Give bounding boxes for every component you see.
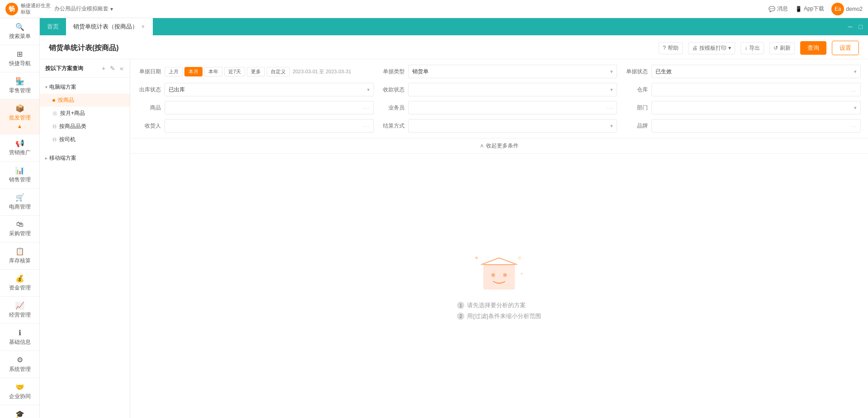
type-select[interactable]: 销货单 (408, 65, 618, 78)
user-menu[interactable]: Ea demo2 (831, 3, 863, 15)
filter-cell-type: 单据类型 销货单 (381, 65, 618, 78)
page-title: 销货单统计表(按商品) (49, 43, 119, 53)
dept-select[interactable] (651, 101, 861, 114)
tab-maximize-button[interactable]: □ (857, 21, 864, 32)
scheme-item-by-goods[interactable]: 按商品 (40, 94, 130, 107)
refresh-icon: ↺ (774, 45, 778, 51)
scheme-item-driver[interactable]: ⊟ 按司机 (40, 133, 130, 146)
filter-cell-date: 单据日期 上月 本月 本年 近7天 更多 自定义 (137, 67, 374, 76)
outstatus-select[interactable]: 已出库 (165, 83, 374, 96)
inventory-icon: 📋 (15, 247, 24, 256)
export-icon: ↓ (745, 45, 747, 51)
goods-dots-icon: ··· (363, 104, 370, 111)
date-more-button[interactable]: 更多 (247, 67, 265, 76)
desktop-scheme-group-header[interactable]: ▾ 电脑端方案 (40, 81, 130, 94)
filter-cell-status: 单据状态 已生效 (624, 65, 861, 78)
sidebar-item-marketing[interactable]: 📢 营销推广 (0, 134, 39, 162)
tab-bar: 首页 销货单统计表（按商品） × ─ □ (40, 18, 868, 35)
top-header-left: 畅 畅捷通好生意 标版 办公用品行业模拟账套 ▾ (5, 3, 113, 15)
scheme-item-month-goods[interactable]: ㊗ 按月+商品 (40, 107, 130, 120)
status-label: 单据状态 (624, 68, 648, 76)
logo-area: 畅 畅捷通好生意 标版 (5, 3, 51, 15)
filter-row-2: 出库状态 已出库 收款状态 (137, 83, 861, 96)
desktop-scheme-group: ▾ 电脑端方案 按商品 ㊗ 按月+商品 ⊟ 按 (40, 78, 130, 149)
staff-dots-icon: ··· (607, 104, 613, 111)
print-icon: 🖨 (692, 45, 698, 51)
breadcrumb: 办公用品行业模拟账套 ▾ (54, 5, 113, 13)
chevron-up-icon: ▲ (17, 123, 23, 129)
type-label: 单据类型 (381, 68, 405, 76)
filter-cell-payment: 结算方式 (381, 119, 618, 133)
filter-cell-goods: 商品 ··· (137, 101, 374, 114)
left-panel-header: 按以下方案查询 + ✎ « (40, 59, 130, 78)
left-panel-actions: + ✎ « (101, 64, 124, 73)
sidebar-item-retail[interactable]: 🏪 零售管理 (0, 72, 39, 100)
goods-label: 商品 (137, 104, 161, 112)
page-actions: ? 帮助 🖨 按模板打印 ▾ ↓ 导出 ↺ 刷新 (659, 41, 859, 55)
sidebar-item-newguide[interactable]: 🎓 新手引导 (0, 405, 39, 418)
sidebar-item-search[interactable]: 🔍 搜索菜单 (0, 18, 39, 45)
retail-icon: 🏪 (15, 77, 24, 86)
print-button[interactable]: 🖨 按模板打印 ▾ (688, 42, 735, 54)
sidebar-item-baseinfo[interactable]: ℹ 基础信息 (0, 324, 39, 351)
scheme-item-category[interactable]: ⊟ 按商品品类 (40, 120, 130, 133)
two-panel: 按以下方案查询 + ✎ « ▾ 电脑端方案 (40, 59, 868, 418)
refresh-button[interactable]: ↺ 刷新 (769, 42, 795, 54)
goods-input[interactable]: ··· (165, 101, 374, 114)
settings-button[interactable]: 设置 (832, 41, 859, 55)
scheme-icon: ㊗ (52, 110, 57, 117)
sidebar-item-collab[interactable]: 🤝 企业协同 (0, 378, 39, 405)
date-label: 单据日期 (137, 68, 161, 76)
tab-active[interactable]: 销货单统计表（按商品） × (66, 18, 153, 35)
tab-home[interactable]: 首页 (40, 18, 66, 35)
help-button[interactable]: ? 帮助 (659, 42, 683, 54)
sidebar-item-inventory[interactable]: 📋 库存核算 (0, 242, 39, 270)
date-cur-month-button[interactable]: 本月 (184, 67, 203, 76)
receiver-dots-icon: ··· (363, 123, 370, 129)
tab-close-button[interactable]: × (141, 23, 146, 31)
message-button[interactable]: 💬 消息 (769, 5, 788, 13)
filter-row-3: 商品 ··· 业务员 ··· (137, 101, 861, 114)
sidebar-item-ecommerce[interactable]: 🛒 电商管理 (0, 189, 39, 216)
svg-point-4 (475, 256, 478, 259)
sidebar-item-quicknav[interactable]: ⊞ 快捷导航 (0, 45, 39, 72)
add-scheme-button[interactable]: + (101, 64, 106, 73)
date-prev-month-button[interactable]: 上月 (165, 67, 183, 76)
date-custom-button[interactable]: 自定义 (267, 67, 290, 76)
collapse-filter-button[interactable]: ∧ 收起更多条件 (130, 138, 868, 154)
staff-input[interactable]: ··· (408, 101, 618, 114)
mobile-scheme-group-header[interactable]: ▸ 移动端方案 (40, 152, 130, 165)
warehouse-input[interactable]: ... (651, 83, 861, 96)
export-button[interactable]: ↓ 导出 (741, 42, 764, 54)
app-download-button[interactable]: 📱 App下载 (795, 5, 824, 13)
edit-scheme-button[interactable]: ✎ (109, 64, 116, 73)
brand-input[interactable]: ··· (651, 119, 861, 133)
query-button[interactable]: 查询 (800, 41, 826, 55)
receiver-input[interactable]: ··· (165, 119, 374, 133)
status-chevron-down-icon (854, 69, 857, 75)
paystatus-select[interactable] (408, 83, 618, 96)
download-icon: 📱 (795, 6, 802, 12)
date-7days-button[interactable]: 近7天 (224, 67, 245, 76)
filter-cell-dept: 部门 (624, 101, 861, 114)
sidebar-item-system[interactable]: ⚙ 系统管理 (0, 351, 39, 378)
date-range-text: 2023-03-01 至 2023-03-31 (292, 68, 351, 75)
payment-select[interactable] (408, 119, 618, 133)
empty-tip-2: 2 用[过滤]条件来缩小分析范围 (457, 312, 541, 320)
outstatus-label: 出库状态 (137, 86, 161, 94)
tab-bar-right: ─ □ (846, 21, 868, 32)
mobile-scheme-group: ▸ 移动端方案 (40, 149, 130, 167)
message-icon: 💬 (769, 6, 775, 12)
sidebar-item-operation[interactable]: 📈 经营管理 (0, 297, 39, 324)
logo-text: 畅捷通好生意 标版 (21, 3, 51, 14)
sidebar-item-finance[interactable]: 💰 资金管理 (0, 270, 39, 297)
collab-icon: 🤝 (15, 383, 24, 391)
sidebar-item-sales[interactable]: 📊 销售管理 (0, 162, 39, 189)
sidebar-item-purchase[interactable]: 🛍 采购管理 (0, 216, 39, 242)
collapse-panel-button[interactable]: « (119, 64, 124, 73)
date-year-button[interactable]: 本年 (204, 67, 222, 76)
sidebar-item-wholesale[interactable]: 📦 批发管理 ▲ (0, 100, 39, 134)
svg-point-2 (491, 273, 495, 277)
status-select[interactable]: 已生效 (651, 65, 861, 78)
tab-minimize-button[interactable]: ─ (846, 21, 854, 32)
